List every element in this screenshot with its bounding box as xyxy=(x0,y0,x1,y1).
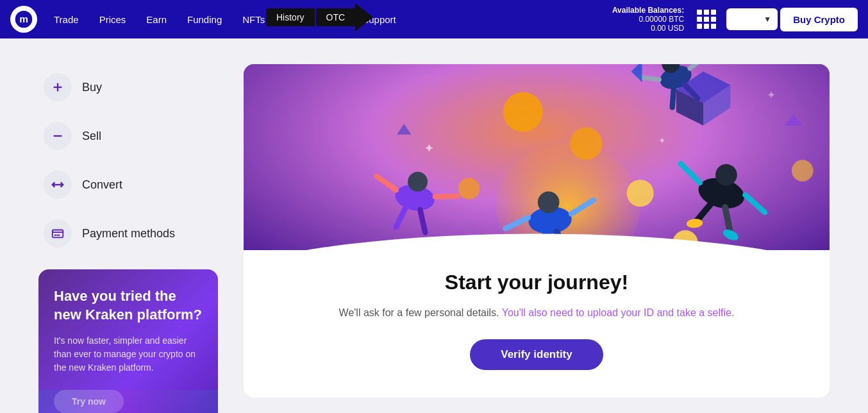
payment-icon-circle xyxy=(44,219,72,248)
otc-label[interactable]: OTC xyxy=(316,8,356,26)
sidebar-item-sell[interactable]: Sell xyxy=(38,113,218,159)
svg-point-15 xyxy=(792,160,814,181)
journey-description: We'll ask for a few personal details. Yo… xyxy=(269,305,804,321)
pointer-arrow-icon xyxy=(355,3,373,31)
payment-methods-label: Payment methods xyxy=(82,227,175,240)
svg-text:m: m xyxy=(19,13,28,24)
promo-card: Have you tried the new Kraken platform? … xyxy=(38,269,218,413)
nav-prices[interactable]: Prices xyxy=(90,9,135,30)
main-text-section: Start your journey! We'll ask for a few … xyxy=(244,250,830,393)
available-balances: Available Balances: 0.00000 BTC 0.00 USD xyxy=(612,6,684,33)
svg-text:✦: ✦ xyxy=(658,135,666,146)
sidebar: Buy Sell Convert xyxy=(38,64,218,413)
promo-decoration xyxy=(38,390,218,413)
sell-label: Sell xyxy=(82,130,101,143)
svg-rect-6 xyxy=(53,230,63,238)
sidebar-item-buy[interactable]: Buy xyxy=(38,64,218,110)
convert-icon-circle xyxy=(44,171,72,199)
buy-icon-circle xyxy=(44,73,72,101)
svg-point-11 xyxy=(627,180,654,206)
sidebar-item-convert[interactable]: Convert xyxy=(38,162,218,208)
journey-title: Start your journey! xyxy=(269,271,804,294)
main-panel: ✦ ✦ ✦ Start your journey! We'll ask for … xyxy=(244,64,830,398)
sell-icon-circle xyxy=(44,122,72,150)
buy-crypto-button[interactable]: Buy Crypto xyxy=(780,8,858,31)
svg-point-10 xyxy=(570,128,603,160)
hero-svg: ✦ ✦ ✦ xyxy=(244,64,830,250)
convert-label: Convert xyxy=(82,178,122,192)
navbar: m Trade Prices Earn Funding NFTs History… xyxy=(0,0,868,38)
promo-title: Have you tried the new Kraken platform? xyxy=(54,287,203,324)
balances-title: Available Balances: xyxy=(612,6,684,15)
history-otc-pointer: History OTC xyxy=(266,3,373,31)
main-content: Buy Sell Convert xyxy=(0,38,868,413)
svg-text:✦: ✦ xyxy=(767,89,776,101)
svg-text:✦: ✦ xyxy=(424,141,435,155)
sidebar-item-payment-methods[interactable]: Payment methods xyxy=(38,210,218,257)
svg-point-12 xyxy=(458,178,480,199)
history-label[interactable]: History xyxy=(266,8,315,26)
journey-desc-plain: We'll ask for a few personal details. xyxy=(339,307,499,318)
journey-desc-link: You'll also need to upload your ID and t… xyxy=(502,307,735,318)
nav-trade[interactable]: Trade xyxy=(45,9,88,30)
verify-identity-button[interactable]: Verify identity xyxy=(470,339,603,370)
hero-illustration: ✦ ✦ ✦ xyxy=(244,64,830,250)
usd-balance: 0.00 USD xyxy=(612,24,684,33)
account-selector[interactable] xyxy=(726,8,778,30)
nav-funding[interactable]: Funding xyxy=(178,9,231,30)
kraken-logo[interactable]: m xyxy=(10,6,37,33)
btc-balance: 0.00000 BTC xyxy=(612,15,684,24)
nav-earn[interactable]: Earn xyxy=(137,9,176,30)
account-selector-wrapper: ▼ xyxy=(726,8,778,30)
svg-point-9 xyxy=(503,92,543,132)
buy-label: Buy xyxy=(82,81,102,94)
promo-description: It's now faster, simpler and easier than… xyxy=(54,334,203,375)
app-grid-icon[interactable] xyxy=(697,10,716,29)
